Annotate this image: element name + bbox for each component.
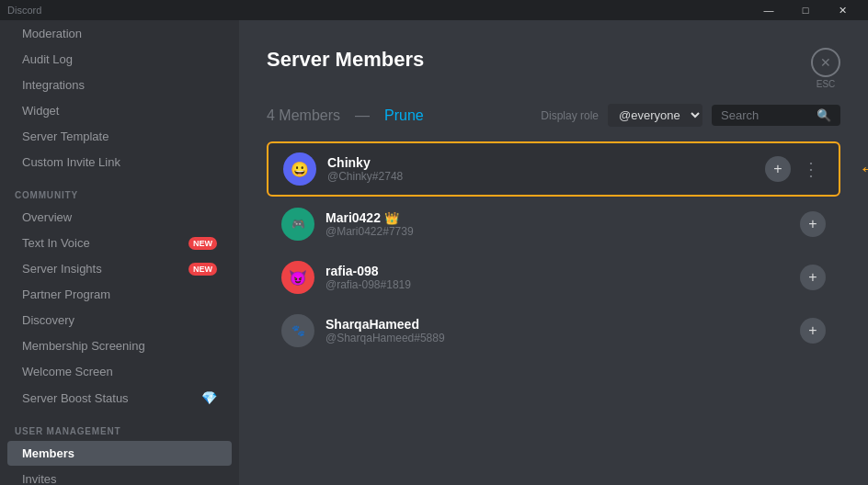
plus-icon: +: [808, 322, 817, 339]
table-row[interactable]: 🎮 Mari0422 👑 @Mari0422#7739 +: [267, 198, 840, 250]
sidebar-label: Members: [22, 446, 74, 460]
sidebar-item-text-in-voice[interactable]: Text In Voice NEW: [7, 231, 232, 255]
esc-circle: ✕: [811, 48, 840, 77]
sidebar-label: Text In Voice: [22, 236, 90, 250]
sidebar-item-widget[interactable]: Widget: [7, 98, 232, 123]
member-info: Mari0422 👑 @Mari0422#7739: [326, 210, 789, 238]
sidebar-item-moderation[interactable]: Moderation: [7, 21, 232, 46]
minimize-button[interactable]: —: [750, 0, 787, 20]
add-role-button[interactable]: +: [800, 318, 826, 344]
avatar-image: 🎮: [291, 218, 305, 231]
add-role-button[interactable]: +: [765, 156, 791, 182]
member-info: SharqaHameed @SharqaHameed#5889: [326, 317, 789, 344]
title-bar-left: Discord: [7, 5, 41, 16]
sidebar-label: Membership Screening: [22, 339, 145, 353]
sidebar-item-server-template[interactable]: Server Template: [7, 124, 232, 149]
sidebar-item-membership-screening[interactable]: Membership Screening: [7, 333, 232, 358]
member-actions: +: [800, 211, 826, 237]
table-row[interactable]: 😈 rafia-098 @rafia-098#1819 +: [267, 252, 840, 303]
new-badge-text-in-voice: NEW: [188, 237, 217, 250]
avatar-icon: 😈: [289, 269, 307, 287]
sidebar-label: Moderation: [22, 27, 82, 40]
search-icon: 🔍: [817, 108, 831, 122]
search-input[interactable]: [721, 108, 811, 122]
sidebar-label: Partner Program: [22, 288, 110, 301]
member-actions: +: [800, 265, 826, 290]
member-discriminator: @Mari0422#7739: [326, 225, 789, 238]
sidebar-label: Welcome Screen: [22, 365, 113, 378]
sidebar-item-discovery[interactable]: Discovery: [7, 308, 232, 333]
add-role-button[interactable]: +: [800, 211, 826, 237]
page-header: Server Members ✕ ESC: [267, 48, 840, 89]
member-actions: +: [800, 318, 826, 344]
main-content: Server Members ✕ ESC 4 Members — Prune D…: [239, 20, 868, 485]
member-discriminator: @Chinky#2748: [327, 170, 754, 183]
member-name: Mari0422 👑: [326, 210, 789, 225]
avatar: 😈: [281, 261, 314, 294]
member-info: Chinky @Chinky#2748: [327, 155, 754, 183]
close-button[interactable]: ✕: [824, 0, 861, 20]
sidebar-item-invites[interactable]: Invites: [7, 467, 232, 485]
sidebar-item-server-boost-status[interactable]: Server Boost Status 💎: [7, 385, 232, 411]
community-section-label: COMMUNITY: [0, 175, 239, 204]
avatar: 🎮: [281, 208, 314, 241]
sidebar-label: Overview: [22, 210, 72, 224]
member-name: rafia-098: [326, 264, 789, 278]
prune-link[interactable]: Prune: [384, 107, 424, 124]
plus-icon: +: [773, 161, 782, 177]
plus-icon: +: [808, 216, 817, 232]
members-list: 😀 Chinky @Chinky#2748 + ⋮ ←: [267, 141, 840, 356]
member-actions: + ⋮: [765, 156, 824, 182]
esc-label: ESC: [817, 79, 836, 89]
member-discriminator: @rafia-098#1819: [326, 278, 789, 291]
avatar-icon: 🐾: [291, 324, 305, 337]
members-count: 4 Members: [267, 107, 340, 124]
sidebar-item-welcome-screen[interactable]: Welcome Screen: [7, 359, 232, 384]
dash: —: [355, 107, 370, 124]
sidebar-label: Widget: [22, 104, 59, 118]
new-badge-server-insights: NEW: [188, 263, 217, 276]
sidebar-item-integrations[interactable]: Integrations: [7, 73, 232, 97]
app-body: Moderation Audit Log Integrations Widget…: [0, 20, 868, 485]
esc-button[interactable]: ✕ ESC: [811, 48, 840, 89]
toolbar: Display role @everyone 🔍: [541, 104, 840, 127]
sidebar-label: Custom Invite Link: [22, 155, 120, 169]
user-management-section-label: USER MANAGEMENT: [0, 412, 239, 440]
avatar-icon: 😀: [291, 161, 309, 178]
more-options-button[interactable]: ⋮: [798, 158, 824, 180]
maximize-button[interactable]: □: [787, 0, 824, 20]
sidebar-item-members[interactable]: Members: [7, 441, 232, 466]
page-title: Server Members: [267, 48, 424, 72]
boost-icon: 💎: [201, 390, 217, 405]
sidebar: Moderation Audit Log Integrations Widget…: [0, 20, 239, 485]
sidebar-label: Integrations: [22, 78, 85, 92]
member-discriminator: @SharqaHameed#5889: [326, 332, 789, 344]
sidebar-item-audit-log[interactable]: Audit Log: [7, 47, 232, 72]
plus-icon: +: [808, 269, 817, 286]
member-name: Chinky: [327, 155, 754, 170]
table-row[interactable]: 😀 Chinky @Chinky#2748 + ⋮ ←: [267, 141, 840, 197]
sidebar-label: Server Template: [22, 130, 108, 143]
sidebar-label: Audit Log: [22, 52, 73, 66]
add-role-button[interactable]: +: [800, 265, 826, 290]
display-role-select[interactable]: @everyone: [608, 104, 702, 127]
app-title: Discord: [7, 5, 41, 16]
avatar: 😀: [283, 152, 316, 186]
sidebar-item-overview[interactable]: Overview: [7, 205, 232, 230]
window-controls[interactable]: — □ ✕: [750, 0, 861, 20]
display-role-label: Display role: [541, 109, 599, 122]
crown-icon: 👑: [384, 211, 399, 225]
search-box[interactable]: 🔍: [712, 105, 840, 126]
sidebar-label: Server Boost Status: [22, 391, 129, 405]
members-controls: 4 Members — Prune Display role @everyone…: [267, 104, 840, 127]
sidebar-item-server-insights[interactable]: Server Insights NEW: [7, 256, 232, 281]
member-name: SharqaHameed: [326, 317, 789, 332]
sidebar-label: Server Insights: [22, 262, 102, 276]
sidebar-label: Discovery: [22, 313, 74, 327]
sidebar-label: Invites: [22, 472, 57, 485]
title-bar: Discord — □ ✕: [0, 0, 868, 20]
sidebar-item-partner-program[interactable]: Partner Program: [7, 282, 232, 307]
arrow-indicator: ←: [859, 157, 868, 181]
table-row[interactable]: 🐾 SharqaHameed @SharqaHameed#5889 +: [267, 305, 840, 356]
sidebar-item-custom-invite-link[interactable]: Custom Invite Link: [7, 150, 232, 175]
